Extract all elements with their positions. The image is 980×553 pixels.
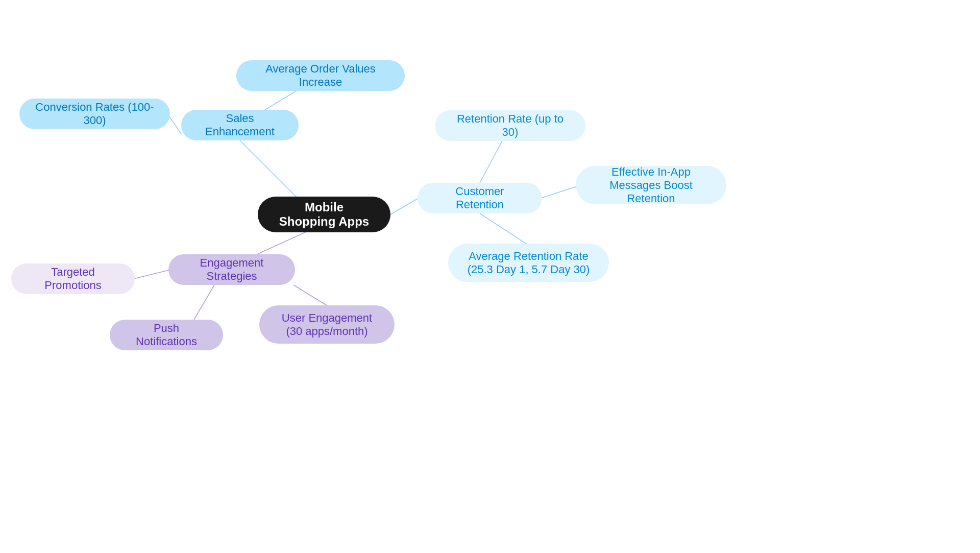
customer-retention-node[interactable]: Customer Retention — [418, 183, 542, 213]
svg-line-5 — [541, 186, 577, 198]
svg-line-3 — [390, 198, 419, 214]
svg-line-10 — [293, 285, 327, 305]
engagement-strategies-node[interactable]: Engagement Strategies — [168, 254, 295, 285]
svg-line-6 — [480, 213, 528, 245]
retention-rate-node[interactable]: Retention Rate (up to 30) — [435, 110, 585, 141]
mind-map: Mobile Shopping Apps Sales Enhancement A… — [0, 0, 980, 553]
push-notifications-node[interactable]: Push Notifications — [110, 320, 223, 350]
svg-line-9 — [194, 285, 214, 320]
svg-line-8 — [134, 270, 171, 279]
avg-retention-rate-node[interactable]: Average Retention Rate (25.3 Day 1, 5.7 … — [448, 244, 609, 282]
effective-messages-node[interactable]: Effective In-App Messages Boost Retentio… — [576, 166, 726, 204]
targeted-promotions-node[interactable]: Targeted Promotions — [11, 263, 135, 294]
center-node[interactable]: Mobile Shopping Apps — [258, 197, 390, 232]
avg-order-increase-node[interactable]: Average Order Values Increase — [236, 60, 405, 91]
sales-enhancement-node[interactable]: Sales Enhancement — [181, 110, 299, 140]
conversion-rates-node[interactable]: Conversion Rates (100-300) — [19, 99, 170, 129]
user-engagement-node[interactable]: User Engagement (30 apps/month) — [259, 305, 395, 344]
